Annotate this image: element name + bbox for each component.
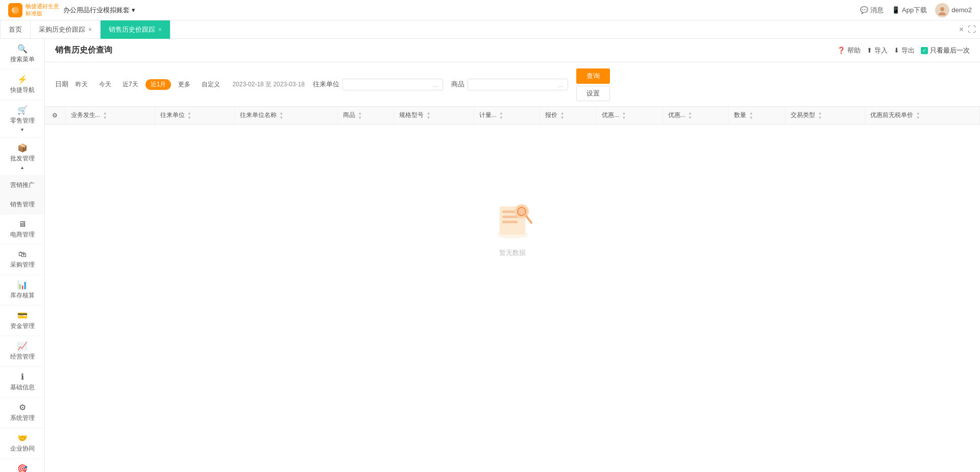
table-col-unit[interactable]: 计量... ▲▼: [474, 107, 540, 125]
search-icon: 🔍: [17, 44, 28, 54]
sidebar-item-retail[interactable]: 🛒 零售管理 ▾: [0, 100, 44, 138]
sidebar-item-shortcut[interactable]: ⚡ 快捷导航: [0, 69, 44, 100]
table-col-gear[interactable]: ⚙: [45, 107, 65, 125]
app-switcher[interactable]: 办公用品行业模拟账套 ▾: [63, 6, 135, 15]
settings-icon[interactable]: ⚙: [52, 112, 58, 119]
import-button[interactable]: ⬆ 导入: [867, 46, 888, 55]
sort-icon: ▲▼: [688, 111, 692, 120]
chevron-down-icon: ▾: [21, 127, 23, 132]
sidebar-item-newbie[interactable]: 🎯 新手引导: [0, 459, 44, 472]
export-button[interactable]: ⬇ 导出: [894, 46, 915, 55]
sidebar-item-ecommerce[interactable]: 🖥 电商管理: [0, 215, 44, 245]
date-filter-label: 日期: [55, 80, 68, 89]
sort-icon: ▲▼: [103, 111, 107, 120]
goods-input[interactable]: [472, 81, 558, 88]
svg-point-3: [939, 12, 946, 15]
table-col-goods[interactable]: 商品 ▲▼: [337, 107, 394, 125]
goods-filter: 商品 ...: [451, 79, 568, 90]
sidebar-item-operations[interactable]: 📈 经营管理: [0, 336, 44, 367]
table-col-quote[interactable]: 报价 ▲▼: [540, 107, 597, 125]
tab-purchase-history-close[interactable]: ×: [88, 26, 92, 33]
sidebar-item-finance[interactable]: 💳 资金管理: [0, 305, 44, 336]
sort-icon: ▲▼: [187, 111, 191, 120]
close-all-tabs-button[interactable]: ×: [959, 25, 964, 34]
table-col-trade-type[interactable]: 交易类型 ▲▼: [786, 107, 865, 125]
sort-icon: ▲▼: [499, 111, 503, 120]
tab-sales-history-close[interactable]: ×: [158, 26, 162, 33]
query-button[interactable]: 查询: [576, 68, 610, 84]
import-icon: ⬆: [867, 46, 872, 54]
svg-text:6: 6: [12, 8, 15, 13]
goods-dots-button[interactable]: ...: [558, 81, 564, 88]
top-bar: 6 畅捷通好生意 标准版 办公用品行业模拟账套 ▾ 💬 消息 📱 App下载 d…: [0, 0, 980, 20]
sidebar-item-enterprise[interactable]: 🤝 企业协同: [0, 428, 44, 459]
user-menu[interactable]: demo2: [935, 3, 972, 17]
sidebar-item-wholesale[interactable]: 📦 批发管理 ▴: [0, 138, 44, 176]
page-actions: ❓ 帮助 ⬆ 导入 ⬇ 导出 ✓ 只看最后一次: [837, 46, 970, 55]
empty-text: 暂无数据: [499, 248, 526, 257]
table-col-discount1[interactable]: 优惠... ▲▼: [597, 107, 663, 125]
tab-home[interactable]: 首页: [0, 20, 31, 39]
table-body: 暂无数据: [45, 125, 980, 329]
from-unit-input-wrap[interactable]: ...: [342, 79, 443, 90]
from-unit-input[interactable]: [347, 81, 433, 88]
table-col-spec[interactable]: 规格型号 ▲▼: [394, 107, 474, 125]
info-icon: ℹ: [21, 372, 24, 382]
logo-text: 畅捷通好生意 标准版: [26, 3, 59, 16]
fullscreen-button[interactable]: ⛶: [968, 25, 976, 34]
tab-purchase-history[interactable]: 采购历史价跟踪 ×: [31, 20, 101, 39]
chevron-down-icon: ▾: [132, 6, 135, 14]
date-btn-yesterday[interactable]: 昨天: [71, 79, 92, 90]
date-btn-1month[interactable]: 近1月: [145, 79, 172, 90]
sidebar-item-purchase[interactable]: 🛍 采购管理: [0, 245, 44, 275]
sort-icon: ▲▼: [279, 111, 283, 120]
data-table: ⚙ 业务发生... ▲▼ 往来单位 ▲▼ 往来单位名称: [45, 107, 980, 329]
tab-sales-history[interactable]: 销售历史价跟踪 ×: [101, 20, 170, 39]
help-icon: ❓: [837, 46, 845, 54]
from-unit-dots-button[interactable]: ...: [433, 81, 438, 88]
tab-bar-actions: × ⛶: [959, 25, 980, 34]
settings-button[interactable]: 设置: [576, 86, 610, 101]
main-layout: 🔍 搜索菜单 ⚡ 快捷导航 🛒 零售管理 ▾ 📦 批发管理 ▴ 营销推广 销售管…: [0, 39, 980, 472]
sidebar-item-sales-mgmt[interactable]: 销售管理: [0, 195, 44, 215]
table-col-quantity[interactable]: 数量 ▲▼: [729, 107, 786, 125]
card-icon: 💳: [17, 311, 28, 320]
sort-icon: ▲▼: [358, 111, 362, 120]
sort-icon: ▲▼: [560, 111, 565, 120]
table-col-discount2[interactable]: 优惠... ▲▼: [663, 107, 729, 125]
chart-icon: 📊: [17, 280, 28, 290]
only-last-checkbox[interactable]: ✓ 只看最后一次: [921, 46, 970, 55]
sidebar-item-system[interactable]: ⚙ 系统管理: [0, 397, 44, 428]
sidebar-item-basic-info[interactable]: ℹ 基础信息: [0, 367, 44, 397]
date-btn-custom[interactable]: 自定义: [198, 79, 224, 90]
date-btn-more[interactable]: 更多: [174, 79, 194, 90]
message-button[interactable]: 💬 消息: [860, 6, 884, 15]
help-button[interactable]: ❓ 帮助: [837, 46, 861, 55]
sidebar-item-marketing[interactable]: 营销推广: [0, 176, 44, 195]
date-btn-7days[interactable]: 近7天: [118, 79, 142, 90]
sidebar-item-inventory[interactable]: 📊 库存核算: [0, 275, 44, 305]
table-wrap: ⚙ 业务发生... ▲▼ 往来单位 ▲▼ 往来单位名称: [45, 107, 980, 472]
table-col-pretax-price[interactable]: 优惠前无税单价 ▲▼: [865, 107, 980, 125]
checkbox-checked-icon: ✓: [921, 47, 928, 54]
date-btn-today[interactable]: 今天: [95, 79, 115, 90]
sort-icon: ▲▼: [749, 111, 753, 120]
app-download-button[interactable]: 📱 App下载: [892, 6, 927, 15]
top-bar-right: 💬 消息 📱 App下载 demo2: [860, 3, 972, 17]
table-col-biz-date[interactable]: 业务发生... ▲▼: [65, 107, 155, 125]
sidebar: 🔍 搜索菜单 ⚡ 快捷导航 🛒 零售管理 ▾ 📦 批发管理 ▴ 营销推广 销售管…: [0, 39, 45, 472]
tab-bar: 首页 采购历史价跟踪 × 销售历史价跟踪 × × ⛶: [0, 20, 980, 39]
sort-icon: ▲▼: [427, 111, 431, 120]
table-col-unit-name[interactable]: 往来单位名称 ▲▼: [235, 107, 338, 125]
export-icon: ⬇: [894, 46, 899, 54]
box-icon: 📦: [17, 143, 28, 153]
goods-input-wrap[interactable]: ...: [468, 79, 568, 90]
svg-rect-8: [502, 221, 518, 223]
date-range-display: 2023-02-18 至 2023-03-18: [232, 80, 304, 89]
trending-icon: 📈: [17, 341, 28, 351]
table-col-unit-code[interactable]: 往来单位 ▲▼: [155, 107, 234, 125]
username-label: demo2: [951, 6, 972, 14]
sidebar-item-search[interactable]: 🔍 搜索菜单: [0, 39, 44, 69]
logo-area: 6 畅捷通好生意 标准版: [8, 3, 59, 17]
sort-icon: ▲▼: [622, 111, 626, 120]
